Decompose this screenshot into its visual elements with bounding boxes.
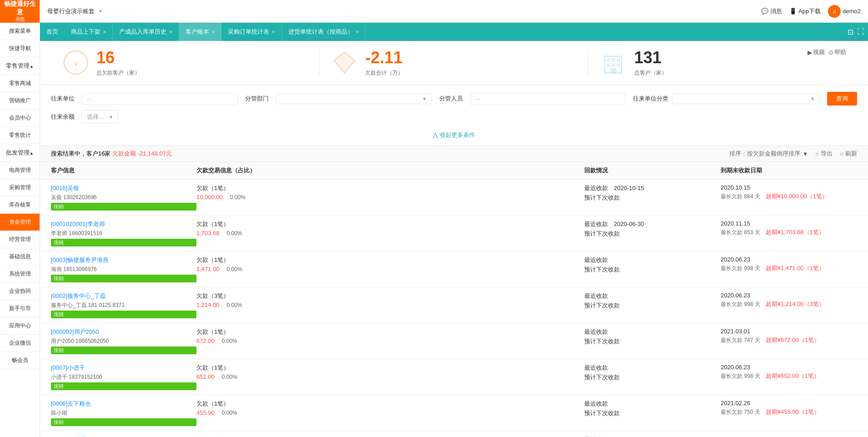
collapse-icon: ⋀ (433, 132, 438, 139)
sidebar-item-11[interactable]: 资金管理 (0, 214, 40, 231)
customer-name-link[interactable]: [0002]服务中心_丁磊 (51, 292, 196, 300)
dropdown-icon[interactable]: ▼ (98, 9, 103, 14)
sidebar-item-13[interactable]: 基础信息 (0, 248, 40, 266)
customer-name-link[interactable]: [0016]吴俊 (51, 184, 196, 192)
tab-close-btn[interactable]: × (272, 29, 275, 35)
overdue-info-4: 2021.03.01 最长欠款 747 天 超期¥672.00（1笔） (721, 328, 857, 344)
sidebar-item-15[interactable]: 企业协同 (0, 283, 40, 300)
sidebar-label: 批发管理 (6, 149, 30, 156)
table-row: [0016]吴俊 吴俊 13026203696 现销 欠款（1笔） 10,000… (40, 180, 868, 216)
collection-info-6: 最近收款 预计下次收款 (584, 400, 721, 417)
sidebar-item-10[interactable]: 库存核算 (0, 196, 40, 214)
sidebar-item-9[interactable]: 采购管理 (0, 179, 40, 196)
tab-item-3[interactable]: 采购订单统计表× (221, 23, 281, 41)
sidebar-item-8[interactable]: 电商管理 (0, 162, 40, 179)
customer-name-link[interactable]: [000002]用户2050 (51, 328, 196, 336)
customer-name-link[interactable]: [0003]畅捷服务尹海燕 (51, 256, 196, 264)
query-button[interactable]: 查询 (827, 92, 857, 105)
phone-icon: 📱 (789, 8, 797, 15)
customer-name-link[interactable]: [0001020001]李老师 (51, 220, 196, 228)
tab-close-btn[interactable]: × (212, 29, 215, 35)
topbar: 母婴行业演示账套 ▼ 💬 消息 📱 App下载 d demo2 (40, 0, 868, 23)
debt-info-5: 欠款（1笔） 652.00 0.00% (196, 364, 584, 380)
debt-count: 欠款（1笔） (196, 184, 584, 192)
sidebar-item-3[interactable]: 零售商城 (0, 75, 40, 92)
source-unit-input[interactable]: ··· (82, 93, 238, 105)
source-unit-class-select[interactable]: ▼ (672, 94, 820, 104)
overdue-link[interactable]: 超期¥1,471.00（1笔） (766, 265, 825, 271)
sidebar-item-1[interactable]: 快捷导航 (0, 40, 40, 57)
stat-info-3: 131 总客户（家） (634, 48, 667, 77)
overdue-link[interactable]: 超期¥652.00（1笔） (766, 372, 820, 379)
customer-phone: 海燕 18513066976 (51, 266, 196, 273)
next-collection-label: 预计下次收款 (584, 373, 721, 382)
filter-source-unit-class: 往来单位分类 ▼ (633, 94, 820, 104)
overdue-link[interactable]: 超期¥455.90（1笔） (766, 408, 820, 415)
customer-phone: 小进千 18279152100 (51, 373, 196, 381)
balance-select[interactable]: 选择... ▼ (82, 110, 118, 124)
app-download-btn[interactable]: 📱 App下载 (789, 7, 821, 15)
refresh-btn[interactable]: ○ 刷新 (840, 150, 857, 158)
sidebar-item-6[interactable]: 零售统计 (0, 127, 40, 144)
table-row: [000002]用户2050 用户2050 18665062050 现销 欠款（… (40, 323, 868, 359)
branch-person-input[interactable]: ··· (470, 93, 626, 105)
overdue-link[interactable]: 超期¥1,214.00（3笔） (766, 301, 825, 307)
refresh-icon: ○ (840, 151, 843, 157)
overdue-link[interactable]: 超期¥10,000.00（1笔） (766, 193, 828, 200)
window-expand-icon[interactable]: ⛶ (857, 28, 864, 36)
sidebar-item-5[interactable]: 会员中心 (0, 110, 40, 127)
tab-item-1[interactable]: 产成品入库单历史× (113, 23, 179, 41)
col-overdue-date: 到期未收款日期 (721, 166, 857, 175)
sidebar-item-17[interactable]: 应用中心 (0, 317, 40, 335)
sidebar-item-4[interactable]: 营销推广 (0, 92, 40, 110)
tab-item-2[interactable]: 客户账本× (179, 23, 221, 41)
debt-info-2: 欠款（1笔） 1,471.00 0.00% (196, 256, 584, 272)
filter-row-1: 往来单位 ··· 分管部门 ▼ 分管人员 ··· (51, 92, 857, 105)
overdue-info-2: 2020.06.23 最长欠款 998 天 超期¥1,471.00（1笔） (721, 256, 857, 272)
arrow-icon: ▲ (30, 151, 34, 156)
sidebar-item-19[interactable]: 畅会员 (0, 352, 40, 369)
col-customer-info: 客户信息 (51, 166, 196, 175)
tab-close-btn[interactable]: × (169, 29, 172, 35)
sidebar-item-0[interactable]: 搜索菜单 (0, 23, 40, 40)
customer-name-link[interactable]: [0007]小进千 (51, 364, 196, 372)
sidebar-item-18[interactable]: 企业微信 (0, 335, 40, 352)
overdue-link[interactable]: 超期¥672.00（1笔） (766, 337, 820, 343)
overdue-link[interactable]: 超期¥1,703.68（1笔） (766, 229, 825, 236)
sidebar-item-2[interactable]: 零售管理▲ (0, 57, 40, 75)
collapse-btn[interactable]: ⋀ 收起更多条件 (51, 128, 857, 142)
tab-item-0[interactable]: 商品上下架× (65, 23, 113, 41)
customer-info-6: [0006]去下粮仓 陈小闹 现销 (51, 400, 196, 426)
overdue-date: 2021.03.01 (721, 328, 857, 335)
video-btn[interactable]: ▶ 视频 (808, 48, 825, 56)
last-collection-label: 最近收款 (584, 400, 721, 408)
topbar-right: 💬 消息 📱 App下载 d demo2 (761, 5, 861, 18)
overdue-date: 2020.10.15 (721, 184, 857, 191)
export-btn[interactable]: ○ 导出 (815, 150, 833, 158)
tab-item-4[interactable]: 进货单统计表（按商品）× (282, 23, 366, 41)
filter-branch-dept: 分管部门 ▼ (245, 94, 432, 104)
tab-close-btn[interactable]: × (356, 29, 359, 35)
stat-label-1: 总欠款客户（家） (96, 69, 140, 77)
industry-label[interactable]: 母婴行业演示账套 (47, 7, 95, 15)
user-menu-btn[interactable]: d demo2 (828, 5, 861, 18)
sidebar-item-16[interactable]: 新手引导 (0, 300, 40, 317)
debt-info-1: 欠款（1笔） 1,703.68 0.00% (196, 220, 584, 236)
branch-dept-select[interactable]: ▼ (276, 94, 432, 104)
tab-label: 产成品入库单历史 (119, 28, 166, 36)
overdue-info-3: 2020.06.23 最长欠款 998 天 超期¥1,214.00（3笔） (721, 292, 857, 308)
debt-count: 欠款（1笔） (196, 220, 584, 228)
tab-close-btn[interactable]: × (103, 29, 106, 35)
overdue-days: 最长欠款 747 天 超期¥672.00（1笔） (721, 336, 857, 344)
debt-info-4: 欠款（1笔） 672.00 0.00% (196, 328, 584, 344)
message-btn[interactable]: 💬 消息 (761, 7, 782, 15)
sidebar-item-7[interactable]: 批发管理▲ (0, 144, 40, 162)
help-btn[interactable]: ⊙ 帮助 (828, 48, 846, 56)
sidebar-item-12[interactable]: 经营管理 (0, 231, 40, 248)
customer-tag: 现销 (51, 418, 196, 426)
customer-info-4: [000002]用户2050 用户2050 18665062050 现销 (51, 328, 196, 354)
window-restore-icon[interactable]: ⊡ (848, 28, 853, 36)
customer-name-link[interactable]: [0006]去下粮仓 (51, 400, 196, 408)
tab-home[interactable]: 首页 (40, 23, 65, 41)
sidebar-item-14[interactable]: 系统管理 (0, 266, 40, 283)
